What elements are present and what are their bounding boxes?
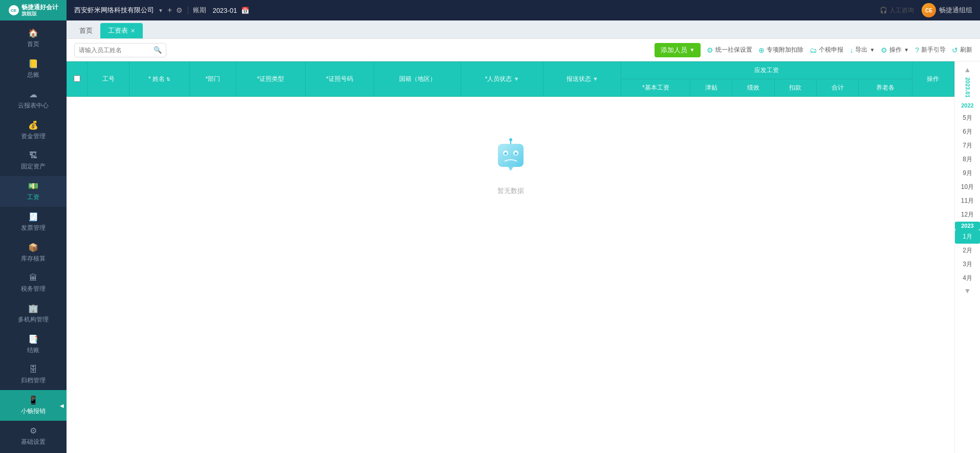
th-dept: *部门	[189, 62, 236, 97]
months-nav-up[interactable]: ▲	[964, 64, 971, 75]
tab-wages-label: 工资表	[108, 26, 128, 35]
operations-icon: ⚙	[881, 46, 887, 54]
sidebar-item-assets[interactable]: 🏗 固定资产	[0, 146, 67, 176]
closing-icon: 📑	[28, 334, 38, 344]
month-item-mar-2023[interactable]: 3月	[955, 257, 980, 271]
special-deduction-action[interactable]: ⊕ 专项附加扣除	[758, 46, 803, 54]
th-report-status: 报送状态 ▼	[543, 62, 621, 97]
sidebar-item-home[interactable]: 🏠 首页	[0, 23, 67, 54]
operations-action[interactable]: ⚙ 操作 ▼	[881, 46, 909, 54]
app-title: 畅捷通好会计	[21, 4, 58, 11]
toolbar-right: 添加人员 ▼ ⚙ 统一社保设置 ⊕ 专项附加扣除 🗂 个税申报 ↓ 导出	[655, 43, 972, 57]
month-item-jun-2022[interactable]: 6月	[955, 125, 980, 139]
settings-icon[interactable]: ⚙	[176, 6, 183, 14]
sidebar-item-archive[interactable]: 🗄 归档管理	[0, 360, 67, 390]
tab-home[interactable]: 首页	[72, 23, 100, 38]
th-id-num: *证照号码	[305, 62, 374, 97]
search-input[interactable]	[79, 47, 154, 54]
th-deductions: 扣款	[774, 79, 816, 97]
month-item-dec-2022[interactable]: 12月	[955, 208, 980, 222]
refresh-action[interactable]: ↺ 刷新	[952, 46, 972, 54]
social-insurance-action[interactable]: ⚙ 统一社保设置	[707, 46, 752, 54]
th-payable-wages-group: 应发工资	[621, 62, 912, 79]
sidebar-item-ledger[interactable]: 📒 总账	[0, 54, 67, 84]
search-input-wrap: 🔍	[74, 43, 166, 57]
checkbox-header[interactable]	[67, 62, 88, 97]
logo-initials: CE	[11, 8, 16, 13]
add-person-caret: ▼	[689, 47, 694, 53]
avatar: CE	[922, 3, 936, 17]
month-item-aug-2022[interactable]: 8月	[955, 153, 980, 166]
th-allowance: 津贴	[690, 79, 732, 97]
tab-home-label: 首页	[79, 26, 93, 35]
guide-toolbar-icon: ?	[915, 46, 919, 54]
sidebar-label-wages: 工资	[27, 193, 39, 202]
sort-icon-name: ⇅	[166, 77, 170, 82]
expense-icon: 📱	[28, 395, 38, 405]
month-item-jul-2022[interactable]: 7月	[955, 139, 980, 153]
sidebar-item-basic-settings[interactable]: ⚙ 基础设置	[0, 421, 67, 451]
company-name: 西安虾米网络科技有限公司	[74, 6, 154, 15]
tab-wages[interactable]: 工资表 ✕	[100, 23, 143, 38]
sidebar-label-multi-org: 多机构管理	[18, 315, 49, 324]
guide-label: 新手引导	[921, 46, 946, 54]
sidebar-item-multi-org[interactable]: 🏢 多机构管理	[0, 298, 67, 329]
month-item-oct-2022[interactable]: 10月	[955, 180, 980, 194]
refresh-icon: ↺	[952, 46, 958, 54]
calendar-icon[interactable]: 📅	[241, 7, 249, 14]
sidebar-item-tax[interactable]: 🏛 税务管理	[0, 268, 67, 298]
export-caret: ▼	[869, 47, 875, 53]
guide-action[interactable]: ? 新手引导	[915, 46, 946, 54]
home-icon: 🏠	[28, 28, 38, 38]
month-item-apr-2023[interactable]: 4月	[955, 271, 980, 285]
empty-robot-svg	[490, 138, 531, 179]
th-pension: 养老各	[859, 79, 912, 97]
filter-icon-person-status[interactable]: ▼	[514, 76, 519, 82]
invoice-icon: 🧾	[28, 212, 38, 222]
tax-report-action[interactable]: 🗂 个税申报	[810, 46, 843, 54]
customer-service-label: 人工咨询	[889, 6, 914, 15]
month-item-jan-2023[interactable]: 1月	[955, 230, 980, 244]
sidebar-label-inventory: 库存核算	[21, 254, 46, 263]
export-action[interactable]: ↓ 导出 ▼	[850, 46, 875, 54]
export-icon: ↓	[850, 46, 853, 54]
tax-icon: 🏛	[28, 273, 38, 283]
sidebar-item-cloud-report[interactable]: ☁ 云报表中心	[0, 84, 67, 115]
wages-icon: 💵	[28, 181, 38, 191]
month-item-may-2022[interactable]: 5月	[955, 111, 980, 125]
tab-close-wages[interactable]: ✕	[130, 28, 135, 34]
customer-service-btn[interactable]: 🎧 人工咨询	[880, 6, 914, 15]
wage-table: 工号 * 姓名 ⇅ *部门 *证照类型 *证照号码 国籍（地区） *人员状态 ▼	[67, 61, 954, 97]
cloud-icon: ☁	[28, 90, 38, 99]
sidebar: 🏠 首页 📒 总账 ☁ 云报表中心 💰 资金管理 🏗 固定资产 💵 工资 🧾 发…	[0, 20, 67, 453]
sidebar-item-wages[interactable]: 💵 工资	[0, 176, 67, 207]
divider: |	[187, 6, 189, 15]
plus-icon[interactable]: +	[167, 6, 172, 15]
app-subtitle: 旗舰版	[21, 11, 58, 17]
th-id-type: *证照类型	[236, 62, 305, 97]
th-person-status: *人员状态 ▼	[461, 62, 543, 97]
user-avatar-area[interactable]: CE 畅捷通组组	[922, 3, 972, 17]
sidebar-label-basic-settings: 基础设置	[21, 438, 46, 446]
add-person-button[interactable]: 添加人员 ▼	[655, 43, 701, 57]
month-item-nov-2022[interactable]: 11月	[955, 194, 980, 208]
company-dropdown-icon[interactable]: ▼	[158, 8, 163, 13]
logo-icon: CE	[9, 5, 19, 15]
company-area: 西安虾米网络科技有限公司 ▼ + ⚙ | 账期 2023-01 📅	[67, 6, 257, 15]
sidebar-label-ledger: 总账	[27, 71, 39, 79]
year-2022-label: 2022	[955, 100, 980, 111]
table-container[interactable]: 工号 * 姓名 ⇅ *部门 *证照类型 *证照号码 国籍（地区） *人员状态 ▼	[67, 61, 954, 453]
svg-point-4	[514, 153, 517, 155]
filter-icon-report-status[interactable]: ▼	[593, 76, 598, 82]
month-item-sep-2022[interactable]: 9月	[955, 166, 980, 180]
month-item-feb-2023[interactable]: 2月	[955, 244, 980, 257]
th-performance: 绩效	[732, 79, 774, 97]
sidebar-item-inventory[interactable]: 📦 库存核算	[0, 238, 67, 268]
sidebar-item-funds[interactable]: 💰 资金管理	[0, 115, 67, 146]
sidebar-label-home: 首页	[27, 40, 39, 49]
select-all-checkbox[interactable]	[74, 75, 80, 82]
months-nav-down[interactable]: ▼	[964, 285, 971, 296]
sidebar-item-expense[interactable]: 📱 小畅报销 ◀	[0, 390, 67, 421]
sidebar-item-invoice[interactable]: 🧾 发票管理	[0, 207, 67, 238]
sidebar-item-closing[interactable]: 📑 结账	[0, 329, 67, 360]
